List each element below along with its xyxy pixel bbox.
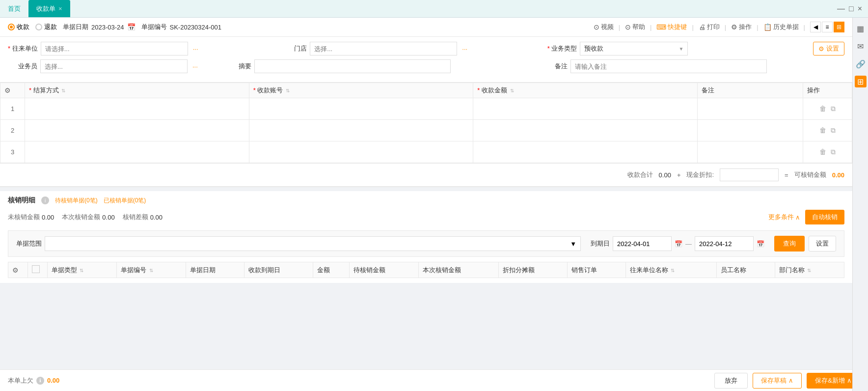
staff-more-icon[interactable]: ··· bbox=[192, 63, 198, 70]
bt-sort-partner-icon[interactable]: ⇅ bbox=[671, 268, 675, 273]
staff-input[interactable] bbox=[40, 59, 188, 73]
date-to-input[interactable] bbox=[695, 236, 754, 251]
row-3-account[interactable] bbox=[249, 141, 473, 163]
row-2-remark[interactable] bbox=[697, 120, 803, 141]
minimize-icon[interactable]: — bbox=[837, 4, 845, 13]
delete-icon[interactable]: 🗑 bbox=[819, 105, 826, 112]
layout-prev[interactable]: ◀ bbox=[810, 22, 821, 32]
receipt-radio-dot bbox=[8, 24, 15, 30]
bt-col-staff-label: 员工名称 bbox=[721, 266, 746, 274]
shortcut-action[interactable]: ⌨ 快捷键 bbox=[656, 23, 687, 31]
footer-info-icon[interactable]: ℹ bbox=[36, 377, 44, 385]
summary-input[interactable] bbox=[254, 59, 451, 73]
remark-input[interactable] bbox=[570, 59, 767, 73]
col-settings-header: ⚙ bbox=[0, 83, 25, 98]
layout-list[interactable]: ≡ bbox=[822, 22, 833, 32]
help-action[interactable]: ⊙ 帮助 bbox=[625, 23, 645, 31]
auto-verify-button[interactable]: 自动核销 bbox=[805, 210, 844, 224]
right-sidebar: ▦ ✉ 🔗 ⊞ bbox=[852, 18, 868, 391]
bt-settings-icon[interactable]: ⚙ bbox=[12, 266, 19, 274]
range-select[interactable]: ▼ bbox=[45, 236, 581, 251]
refund-radio[interactable]: 退款 bbox=[35, 23, 57, 31]
calendar-to-icon[interactable]: 📅 bbox=[757, 240, 764, 248]
query-button[interactable]: 查询 bbox=[774, 236, 805, 251]
sidebar-mail-icon[interactable]: ✉ bbox=[855, 40, 867, 52]
copy-icon[interactable]: ⧉ bbox=[831, 105, 836, 112]
abandon-button[interactable]: 放弃 bbox=[714, 373, 748, 389]
sidebar-orange-icon[interactable]: ⊞ bbox=[855, 76, 867, 87]
video-action[interactable]: ⊙ 视频 bbox=[594, 23, 614, 31]
receipt-radio[interactable]: 收款 bbox=[8, 23, 29, 31]
date-range-field: 到期日 📅 — 📅 bbox=[591, 236, 764, 251]
close-window-icon[interactable]: × bbox=[858, 4, 862, 13]
bt-sort-dept-icon[interactable]: ⇅ bbox=[807, 268, 811, 273]
sort-account-icon[interactable]: ⇅ bbox=[286, 88, 290, 93]
more-conditions-link[interactable]: 更多条件 ∧ bbox=[768, 213, 800, 222]
sidebar-clip-icon[interactable]: 🔗 bbox=[855, 58, 867, 70]
bt-col-partner-header: 往来单位名称 ⇅ bbox=[625, 262, 717, 278]
date-from-input[interactable] bbox=[613, 236, 672, 251]
delete-icon[interactable]: 🗑 bbox=[819, 148, 826, 156]
stats-row: 未核销金额 0.00 本次核销金额 0.00 核销差额 0.00 更多条件 ∧ … bbox=[8, 210, 844, 224]
settings-button[interactable]: ⚙ 设置 bbox=[813, 42, 844, 56]
layout-grid[interactable]: ⊞ bbox=[834, 22, 844, 32]
date-calendar-icon[interactable]: 📅 bbox=[127, 23, 136, 31]
row-1-account[interactable] bbox=[249, 98, 473, 120]
plus-sign: + bbox=[677, 171, 681, 179]
row-2-action: 🗑 ⧉ bbox=[803, 120, 852, 141]
col-settlement-label: 结算方式 bbox=[33, 86, 59, 94]
bt-col-sales-header: 销售订单 bbox=[568, 262, 625, 278]
store-more-icon[interactable]: ··· bbox=[462, 45, 467, 53]
delete-icon[interactable]: 🗑 bbox=[819, 126, 826, 134]
sort-amount-icon[interactable]: ⇅ bbox=[510, 88, 514, 93]
partner-more-icon[interactable]: ··· bbox=[193, 45, 198, 53]
partner-label: 往来单位 bbox=[8, 44, 38, 53]
tab-close-icon[interactable]: × bbox=[58, 5, 62, 12]
copy-icon[interactable]: ⧉ bbox=[831, 148, 836, 156]
bt-col-partner-label: 往来单位名称 bbox=[630, 266, 668, 274]
bt-sort-number-icon[interactable]: ⇅ bbox=[149, 268, 153, 273]
tab-receipt[interactable]: 收款单 × bbox=[28, 0, 70, 17]
partner-input[interactable] bbox=[41, 42, 188, 56]
row-1-remark[interactable] bbox=[697, 98, 803, 120]
row-1-settlement[interactable] bbox=[25, 98, 249, 120]
video-icon: ⊙ bbox=[594, 23, 599, 31]
info-icon[interactable]: i bbox=[41, 196, 49, 204]
print-action[interactable]: 🖨 打印 bbox=[699, 23, 720, 31]
shortcut-icon: ⌨ bbox=[656, 23, 666, 31]
row-1-amount[interactable] bbox=[473, 98, 698, 120]
row-2-amount[interactable] bbox=[473, 120, 698, 141]
tab-home[interactable]: 首页 bbox=[0, 0, 28, 17]
row-2-settlement[interactable] bbox=[25, 120, 249, 141]
row-3-amount[interactable] bbox=[473, 141, 698, 163]
search-settings-button[interactable]: 设置 bbox=[809, 236, 836, 251]
bt-col-discount-header: 折扣分摊额 bbox=[498, 262, 568, 278]
done-tab-link[interactable]: 已核销单据(0笔) bbox=[104, 196, 146, 205]
copy-icon[interactable]: ⧉ bbox=[831, 126, 836, 134]
bt-sort-type-icon[interactable]: ⇅ bbox=[80, 268, 83, 273]
history-label: 历史单据 bbox=[773, 23, 799, 31]
table-settings-icon[interactable]: ⚙ bbox=[4, 86, 11, 94]
calendar-from-icon[interactable]: 📅 bbox=[675, 240, 682, 248]
sort-settlement-icon[interactable]: ⇅ bbox=[61, 88, 65, 93]
layout-icons: ◀ ≡ ⊞ bbox=[810, 22, 844, 32]
row-3-settlement[interactable] bbox=[25, 141, 249, 163]
col-amount-label: 收款金额 bbox=[482, 86, 507, 94]
pending-tab-link[interactable]: 待核销单据(0笔) bbox=[55, 196, 98, 205]
operations-action[interactable]: ⚙ 操作 bbox=[731, 23, 752, 31]
sidebar-table-icon[interactable]: ▦ bbox=[855, 23, 867, 34]
bottom-table: ⚙ 单据类型 ⇅ 单据编号 ⇅ 单据日期 bbox=[8, 262, 844, 278]
store-input[interactable] bbox=[310, 42, 457, 56]
bt-col-dept-label: 部门名称 bbox=[779, 266, 805, 274]
maximize-icon[interactable]: □ bbox=[849, 4, 854, 13]
save-draft-button[interactable]: 保存草稿 ∧ bbox=[753, 373, 802, 389]
history-action[interactable]: 📋 历史单据 bbox=[763, 23, 799, 31]
bt-col-pending-label: 待核销金额 bbox=[353, 266, 385, 274]
business-type-select[interactable]: 预收款 ▼ bbox=[580, 42, 688, 56]
select-all-checkbox[interactable] bbox=[32, 265, 40, 273]
row-2-account[interactable] bbox=[249, 120, 473, 141]
discount-input[interactable] bbox=[720, 168, 779, 181]
row-3-remark[interactable] bbox=[697, 141, 803, 163]
range-field: 单据范围 ▼ bbox=[16, 236, 581, 251]
bt-col-date-label: 单据日期 bbox=[190, 266, 216, 274]
